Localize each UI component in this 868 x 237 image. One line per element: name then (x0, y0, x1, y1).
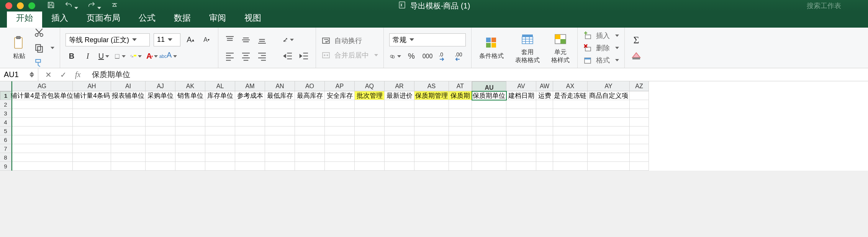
cell-AQ1[interactable]: 批次管理 (355, 91, 385, 100)
cut-button[interactable] (33, 26, 45, 39)
cell-AG5[interactable] (11, 127, 73, 135)
cell-AL1[interactable]: 库存单位 (205, 91, 235, 100)
cell-AR3[interactable] (385, 109, 414, 118)
cell-AG4[interactable] (11, 118, 73, 127)
cell-AO5[interactable] (295, 127, 325, 135)
copy-button[interactable] (33, 42, 45, 54)
row-header-8[interactable]: 8 (0, 153, 11, 162)
row-header-6[interactable]: 6 (0, 135, 11, 144)
cell-AK2[interactable] (175, 100, 205, 109)
cell-AZ9[interactable] (630, 162, 649, 171)
cells-area[interactable]: 辅计量4是否包装单位辅计量4条码报表辅单位采购单位销售单位库存单位参考成本最低库… (11, 91, 649, 171)
number-format-select[interactable]: 常规 (389, 33, 466, 46)
cell-AN4[interactable] (265, 118, 295, 127)
cell-AS7[interactable] (414, 144, 449, 153)
font-name-select[interactable]: 等线 Regular (正文) (66, 33, 150, 46)
column-header-AH[interactable]: AH (73, 81, 111, 91)
cell-AM7[interactable] (235, 144, 265, 153)
cell-AG1[interactable]: 辅计量4是否包装单位 (11, 91, 73, 100)
increase-indent-button[interactable] (298, 50, 310, 62)
cell-AN6[interactable] (265, 135, 295, 144)
cell-AJ9[interactable] (146, 162, 175, 171)
cell-AX6[interactable] (553, 135, 588, 144)
clear-button[interactable] (630, 49, 642, 62)
cell-AU8[interactable] (472, 153, 506, 162)
cell-AP6[interactable] (325, 135, 355, 144)
align-center-button[interactable] (240, 50, 252, 62)
tab-insert[interactable]: 插入 (42, 9, 77, 28)
cell-AU2[interactable] (472, 100, 506, 109)
percent-format-button[interactable]: % (405, 50, 418, 63)
cell-AX7[interactable] (553, 144, 588, 153)
cell-AK5[interactable] (175, 127, 205, 135)
column-header-AR[interactable]: AR (385, 81, 414, 91)
delete-cells-button[interactable]: 删除 (583, 43, 619, 53)
phonetic-button[interactable]: abcA (162, 50, 174, 63)
cell-AZ4[interactable] (630, 118, 649, 127)
cell-AR4[interactable] (385, 118, 414, 127)
cell-AR8[interactable] (385, 153, 414, 162)
cell-AL9[interactable] (205, 162, 235, 171)
cell-AY2[interactable] (588, 100, 630, 109)
cell-AX5[interactable] (553, 127, 588, 135)
cell-AU4[interactable] (472, 118, 506, 127)
cell-AN2[interactable] (265, 100, 295, 109)
cell-AM4[interactable] (235, 118, 265, 127)
cell-AT4[interactable] (449, 118, 472, 127)
cell-AX1[interactable]: 是否走冻链 (553, 91, 588, 100)
cell-AH1[interactable]: 辅计量4条码 (73, 91, 111, 100)
column-header-AM[interactable]: AM (235, 81, 265, 91)
cell-AI5[interactable] (111, 127, 146, 135)
format-painter-button[interactable] (33, 57, 45, 69)
cell-AV9[interactable] (506, 162, 536, 171)
column-header-AX[interactable]: AX (553, 81, 588, 91)
cell-AS4[interactable] (414, 118, 449, 127)
undo-icon[interactable] (64, 1, 78, 11)
decrease-font-button[interactable]: A▾ (200, 34, 213, 46)
cell-AH5[interactable] (73, 127, 111, 135)
sheet-search[interactable] (804, 2, 868, 10)
cell-AP5[interactable] (325, 127, 355, 135)
cell-AL8[interactable] (205, 153, 235, 162)
cell-AW8[interactable] (536, 153, 553, 162)
fill-color-button[interactable] (130, 50, 142, 63)
cell-AH7[interactable] (73, 144, 111, 153)
cell-AU7[interactable] (472, 144, 506, 153)
cell-AT1[interactable]: 保质期 (449, 91, 472, 100)
cell-AM3[interactable] (235, 109, 265, 118)
cell-AP8[interactable] (325, 153, 355, 162)
cell-AL4[interactable] (205, 118, 235, 127)
cell-AT9[interactable] (449, 162, 472, 171)
cell-AN5[interactable] (265, 127, 295, 135)
cell-AO7[interactable] (295, 144, 325, 153)
tab-review[interactable]: 审阅 (200, 9, 235, 28)
cell-AV7[interactable] (506, 144, 536, 153)
cell-AP7[interactable] (325, 144, 355, 153)
cell-AN8[interactable] (265, 153, 295, 162)
minimize-window-button[interactable] (17, 2, 24, 9)
cell-AJ7[interactable] (146, 144, 175, 153)
cell-AX8[interactable] (553, 153, 588, 162)
cell-AG7[interactable] (11, 144, 73, 153)
cell-AZ1[interactable] (630, 91, 649, 100)
align-top-button[interactable] (224, 34, 236, 46)
cell-AY1[interactable]: 商品自定义项 (588, 91, 630, 100)
column-header-AQ[interactable]: AQ (355, 81, 385, 91)
cell-AQ4[interactable] (355, 118, 385, 127)
column-header-AI[interactable]: AI (111, 81, 146, 91)
cell-AX9[interactable] (553, 162, 588, 171)
tab-formulas[interactable]: 公式 (129, 9, 165, 28)
align-right-button[interactable] (256, 50, 268, 62)
column-header-AS[interactable]: AS (414, 81, 449, 91)
cell-AJ8[interactable] (146, 153, 175, 162)
cell-AV3[interactable] (506, 109, 536, 118)
column-header-AN[interactable]: AN (265, 81, 295, 91)
column-header-AT[interactable]: AT (449, 81, 472, 91)
column-header-AZ[interactable]: AZ (630, 81, 649, 91)
bold-button[interactable]: B (66, 50, 78, 63)
increase-decimal-button[interactable]: .0 (437, 50, 450, 63)
row-header-2[interactable]: 2 (0, 100, 11, 109)
tab-view[interactable]: 视图 (235, 9, 270, 28)
cell-AY6[interactable] (588, 135, 630, 144)
cell-AO8[interactable] (295, 153, 325, 162)
